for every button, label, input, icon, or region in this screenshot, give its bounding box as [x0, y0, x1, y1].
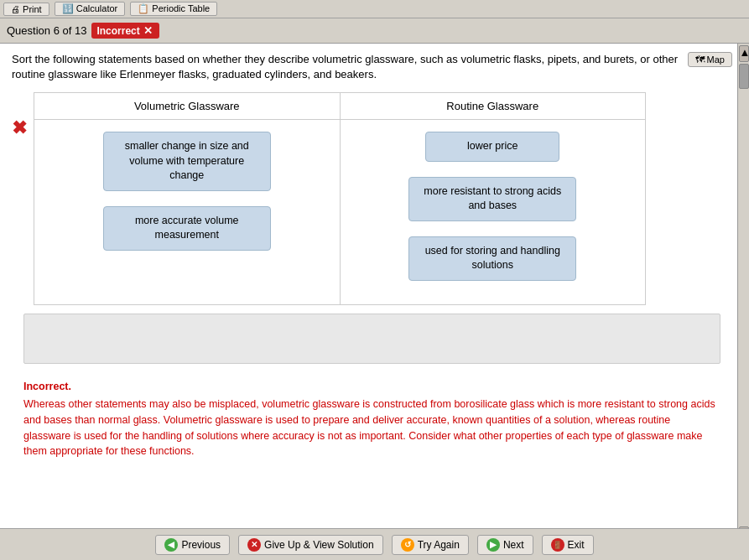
feedback-container: Incorrect. Whereas other statements may …	[12, 372, 732, 466]
give-up-button[interactable]: ✕ Give Up & View Solution	[238, 535, 383, 555]
sort-table: Volumetric Glassware smaller change in s…	[34, 92, 646, 305]
item-resistant-acids[interactable]: more resistant to strong acids and bases	[408, 177, 576, 221]
item-accurate-volume[interactable]: more accurate volume measurement	[103, 206, 271, 251]
routine-header: Routine Glassware	[341, 93, 646, 120]
next-button[interactable]: ▶ Next	[477, 535, 533, 555]
bottom-toolbar: ◀ Previous ✕ Give Up & View Solution ↺ T…	[0, 528, 749, 560]
routine-body: lower price more resistant to strong aci…	[341, 120, 646, 304]
main-content: Sort the following statements based on w…	[0, 44, 749, 545]
scrollbar[interactable]: ▲ ▼	[737, 44, 749, 545]
volumetric-header: Volumetric Glassware	[34, 93, 340, 120]
instructions-text: Sort the following statements based on w…	[12, 53, 678, 80]
question-bar: Question 6 of 13 Incorrect ✕	[0, 18, 749, 44]
map-button[interactable]: 🗺 Map	[688, 52, 732, 67]
print-button[interactable]: 🖨 Print	[3, 3, 49, 16]
previous-button[interactable]: ◀ Previous	[155, 535, 230, 555]
scroll-up-arrow[interactable]: ▲	[739, 45, 749, 62]
calculator-button[interactable]: 🔢 Calculator	[55, 2, 126, 16]
drop-zone	[23, 314, 720, 364]
feedback-body: Whereas other statements may also be mis…	[23, 397, 720, 459]
sort-table-container: ✖ Volumetric Glassware smaller change in…	[12, 92, 732, 305]
close-badge-button[interactable]: ✕	[143, 24, 153, 37]
previous-label: Previous	[181, 539, 221, 551]
feedback-title: Incorrect.	[23, 379, 720, 395]
give-up-icon: ✕	[247, 538, 261, 552]
routine-column: Routine Glassware lower price more resis…	[341, 93, 646, 304]
status-badge: Incorrect ✕	[91, 23, 159, 39]
question-label: Question 6 of 13	[7, 24, 86, 37]
item-storing-solutions[interactable]: used for storing and handling solutions	[408, 236, 576, 281]
exit-label: Exit	[568, 539, 585, 551]
previous-icon: ◀	[164, 538, 178, 552]
volumetric-column: Volumetric Glassware smaller change in s…	[34, 93, 341, 304]
top-toolbar: 🖨 Print 🔢 Calculator 📋 Periodic Table	[0, 0, 749, 18]
incorrect-x-icon: ✖	[12, 117, 27, 139]
try-again-icon: ↺	[401, 538, 414, 552]
next-label: Next	[503, 539, 524, 551]
try-again-button[interactable]: ↺ Try Again	[392, 535, 469, 555]
map-label: Map	[707, 54, 725, 65]
map-icon: 🗺	[695, 54, 705, 65]
item-lower-price[interactable]: lower price	[425, 132, 559, 162]
volumetric-body: smaller change in size and volume with t…	[34, 120, 340, 304]
instructions-container: Sort the following statements based on w…	[12, 52, 732, 82]
next-icon: ▶	[486, 538, 500, 552]
status-label: Incorrect	[96, 25, 139, 37]
periodic-table-button[interactable]: 📋 Periodic Table	[130, 2, 217, 16]
try-again-label: Try Again	[418, 539, 460, 551]
item-smaller-change[interactable]: smaller change in size and volume with t…	[103, 132, 271, 191]
scroll-thumb[interactable]	[739, 64, 749, 89]
exit-icon: 🚪	[551, 538, 564, 552]
give-up-label: Give Up & View Solution	[264, 539, 374, 551]
exit-button[interactable]: 🚪 Exit	[542, 535, 594, 555]
